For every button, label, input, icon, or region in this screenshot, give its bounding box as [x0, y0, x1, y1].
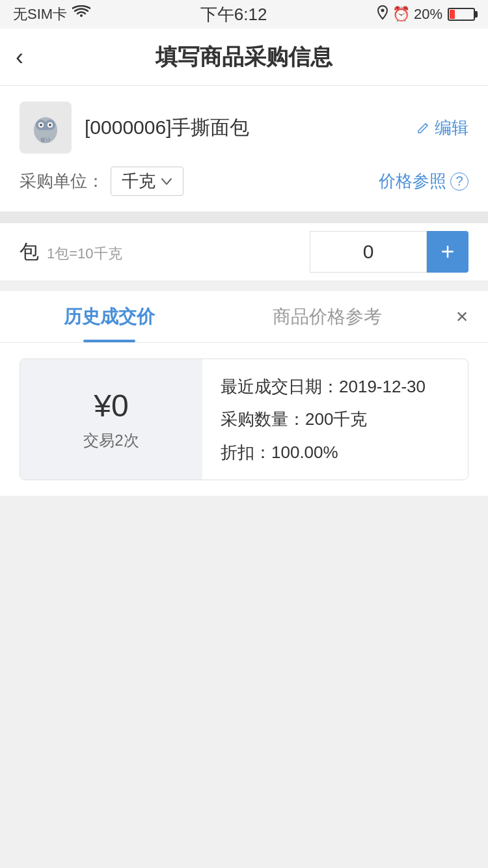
status-right: ⏰ 20% — [377, 5, 475, 23]
nav-bar: ‹ 填写商品采购信息 — [0, 29, 488, 86]
location-icon — [377, 5, 388, 23]
product-image: 督计 — [26, 108, 65, 147]
help-icon: ? — [450, 172, 468, 191]
tab-history[interactable]: 历史成交价 — [0, 291, 218, 342]
purchase-qty-value: 200千克 — [305, 409, 367, 429]
price-ref-label: 价格参照 — [379, 170, 446, 193]
wifi-icon — [72, 5, 90, 23]
status-time: 下午6:12 — [200, 3, 267, 26]
battery-percent: 20% — [414, 6, 442, 23]
price-ref-button[interactable]: 价格参照 ? — [379, 170, 468, 193]
discount-label: 折扣： — [221, 442, 271, 462]
product-card: 督计 [0000006]手撕面包 编辑 采购单位： 千克 — [0, 86, 488, 211]
battery-icon — [448, 8, 475, 21]
recent-date-row: 最近成交日期：2019-12-30 — [221, 375, 450, 398]
quantity-plus-button[interactable]: + — [427, 231, 468, 273]
tab-bar: 历史成交价 商品价格参考 × — [0, 291, 488, 343]
section-divider — [0, 211, 488, 223]
product-name: [0000006]手撕面包 — [85, 115, 249, 141]
tab-price-ref[interactable]: 商品价格参考 — [218, 291, 436, 342]
page-content: ‹ 填写商品采购信息 督计 — [0, 29, 488, 868]
history-panel: ¥0 交易2次 最近成交日期：2019-12-30 采购数量：200千克 折扣：… — [0, 343, 488, 496]
status-left: 无SIM卡 — [13, 5, 90, 24]
purchase-qty-row: 采购数量：200千克 — [221, 407, 450, 431]
quantity-controls: 0 + — [310, 231, 468, 273]
purchase-qty-label: 采购数量： — [221, 409, 305, 429]
qty-sublabel: 1包=10千克 — [47, 244, 122, 264]
svg-text:督计: 督计 — [40, 137, 51, 143]
svg-point-8 — [43, 128, 48, 130]
discount-value: 100.00% — [271, 442, 338, 462]
recent-date-value: 2019-12-30 — [339, 377, 426, 396]
discount-row: 折扣：100.00% — [221, 441, 450, 464]
unit-select[interactable]: 千克 — [111, 167, 183, 196]
history-price: ¥0 — [94, 388, 128, 424]
history-card: ¥0 交易2次 最近成交日期：2019-12-30 采购数量：200千克 折扣：… — [20, 359, 468, 480]
unit-label: 采购单位： — [20, 170, 104, 193]
svg-point-6 — [40, 124, 42, 126]
back-button[interactable]: ‹ — [16, 44, 23, 71]
page-title: 填写商品采购信息 — [156, 42, 332, 72]
svg-point-0 — [381, 9, 384, 12]
history-price-column: ¥0 交易2次 — [20, 359, 202, 480]
qty-unit: 包 — [20, 239, 39, 265]
tab-history-label: 历史成交价 — [64, 305, 155, 329]
svg-point-7 — [49, 124, 51, 126]
product-unit-row: 采购单位： 千克 价格参照 ? — [20, 167, 468, 196]
unit-value: 千克 — [122, 170, 156, 193]
trade-count: 交易2次 — [83, 430, 139, 451]
chevron-down-icon — [161, 178, 172, 185]
alarm-icon: ⏰ — [392, 6, 410, 23]
quantity-row: 包 1包=10千克 0 + — [0, 223, 488, 280]
edit-label: 编辑 — [435, 116, 468, 139]
product-left: 督计 [0000006]手撕面包 — [20, 102, 249, 154]
price-amount: 0 — [111, 388, 129, 423]
history-info-column: 最近成交日期：2019-12-30 采购数量：200千克 折扣：100.00% — [202, 359, 468, 480]
edit-button[interactable]: 编辑 — [416, 116, 468, 139]
price-symbol: ¥ — [94, 388, 111, 423]
tab-close-button[interactable]: × — [436, 305, 488, 329]
recent-date-label: 最近成交日期： — [221, 377, 339, 396]
quantity-input[interactable]: 0 — [310, 231, 427, 273]
product-thumbnail: 督计 — [20, 102, 72, 154]
tab-price-ref-label: 商品价格参考 — [273, 305, 382, 329]
edit-icon — [416, 120, 431, 135]
quantity-label: 包 1包=10千克 — [20, 239, 122, 265]
quantity-value: 0 — [363, 241, 374, 263]
product-header: 督计 [0000006]手撕面包 编辑 — [20, 102, 468, 154]
carrier-text: 无SIM卡 — [13, 5, 67, 24]
status-bar: 无SIM卡 下午6:12 ⏰ 20% — [0, 0, 488, 29]
